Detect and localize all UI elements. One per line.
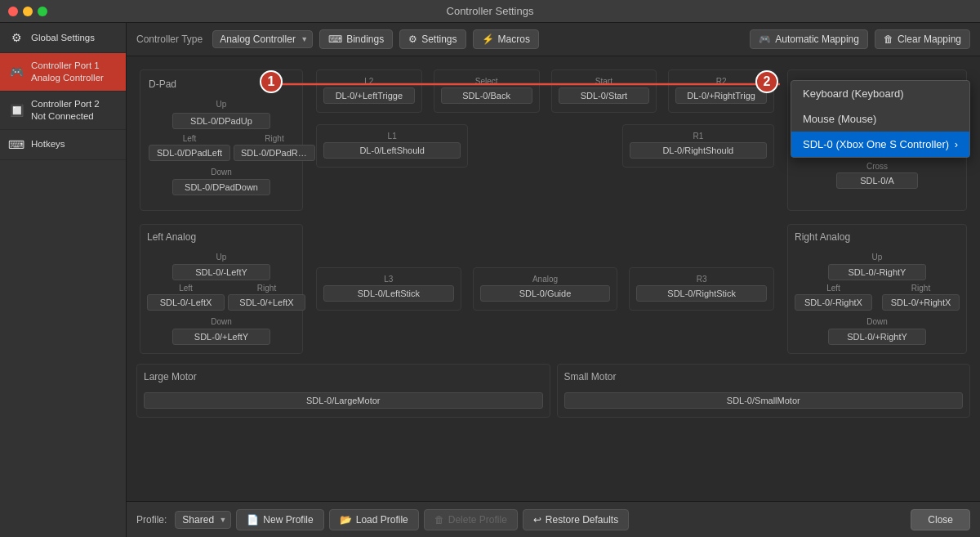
controller-type-label: Controller Type	[136, 34, 203, 45]
new-profile-icon: 📄	[247, 514, 259, 526]
l3-section: L3 SDL-0/LeftStick	[316, 267, 461, 311]
right-analog-right-bind[interactable]: SDL-0/+RightX	[882, 294, 960, 311]
load-profile-icon: 📂	[340, 514, 352, 526]
left-analog-title: Left Analog	[147, 231, 296, 243]
cross-label: Cross	[796, 162, 958, 171]
large-motor-section: Large Motor SDL-0/LargeMotor	[136, 364, 550, 418]
sidebar-label-controller-port-1: Controller Port 1Analog Controller	[31, 60, 104, 84]
bindings-button[interactable]: ⌨ Bindings	[319, 29, 393, 49]
bindings-icon: ⌨	[328, 34, 342, 45]
dropdown-item-keyboard[interactable]: Keyboard (Keyboard)	[791, 81, 969, 106]
window-title: Controller Settings	[447, 5, 534, 17]
dropdown-item-sdl0-label: SDL-0 (Xbox One S Controller)	[803, 138, 949, 150]
sidebar: ⚙ Global Settings 🎮 Controller Port 1Ana…	[0, 23, 127, 537]
delete-profile-button[interactable]: 🗑 Delete Profile	[424, 509, 518, 530]
l2-bind[interactable]: DL-0/+LeftTrigge	[323, 87, 415, 104]
left-analog-left-bind[interactable]: SDL-0/-LeftX	[147, 294, 225, 311]
profile-select-wrapper[interactable]: Shared ▼	[175, 511, 231, 529]
start-section: Start SDL-0/Start	[551, 69, 657, 113]
close-window-button[interactable]	[8, 7, 18, 16]
close-button[interactable]: Close	[911, 509, 970, 530]
r2-label: R2	[675, 77, 767, 86]
profile-label: Profile:	[136, 514, 167, 526]
macros-button[interactable]: ⚡ Macros	[473, 29, 539, 49]
dpad-left-label: Left	[149, 134, 230, 143]
sidebar-item-global-settings[interactable]: ⚙ Global Settings	[0, 23, 126, 53]
dpad-right-bind[interactable]: SDL-0/DPadRight	[234, 145, 315, 161]
sidebar-item-controller-port-2[interactable]: 🔲 Controller Port 2Not Connected	[0, 92, 126, 130]
dpad-down-bind[interactable]: SDL-0/DPadDown	[172, 179, 270, 195]
left-analog-down-bind[interactable]: SDL-0/+LeftY	[172, 329, 270, 345]
l3-bind[interactable]: SDL-0/LeftStick	[323, 285, 454, 302]
annotation-badge-2: 2	[755, 70, 778, 93]
maximize-window-button[interactable]	[38, 7, 47, 16]
settings-button[interactable]: ⚙ Settings	[399, 29, 466, 49]
clear-mapping-button[interactable]: 🗑 Clear Mapping	[875, 29, 970, 49]
large-motor-bind[interactable]: SDL-0/LargeMotor	[144, 392, 543, 409]
delete-profile-label: Delete Profile	[448, 514, 507, 526]
load-profile-button[interactable]: 📂 Load Profile	[329, 509, 419, 530]
r3-bind[interactable]: SDL-0/RightStick	[636, 285, 767, 302]
dpad-down-label: Down	[211, 168, 232, 177]
left-analog-up-bind[interactable]: SDL-0/-LeftY	[172, 264, 270, 280]
dropdown-item-mouse[interactable]: Mouse (Mouse)	[791, 106, 969, 132]
dpad-right-label: Right	[234, 134, 315, 143]
restore-icon: ↩	[533, 514, 541, 526]
l1-section: L1 DL-0/LeftShould	[316, 124, 468, 168]
sidebar-item-controller-port-1[interactable]: 🎮 Controller Port 1Analog Controller	[0, 53, 126, 92]
sidebar-label-global-settings: Global Settings	[31, 32, 95, 44]
macros-icon: ⚡	[482, 34, 494, 45]
sidebar-item-hotkeys[interactable]: ⌨ Hotkeys	[0, 130, 126, 160]
r3-section: R3 SDL-0/RightStick	[629, 267, 774, 311]
select-section: Select SDL-0/Back	[434, 69, 540, 113]
select-label: Select	[441, 77, 532, 86]
middle-section: L2 DL-0/+LeftTrigge Select SDL-0/Back St…	[313, 66, 777, 214]
start-label: Start	[559, 77, 650, 86]
start-bind[interactable]: SDL-0/Start	[559, 87, 650, 104]
auto-mapping-label: Automatic Mapping	[775, 34, 859, 45]
analog-bind[interactable]: SDL-0/Guide	[480, 285, 611, 302]
sidebar-label-hotkeys: Hotkeys	[31, 138, 65, 150]
auto-mapping-icon: 🎮	[759, 34, 771, 45]
left-analog-right-bind[interactable]: SDL-0/+LeftX	[228, 294, 305, 311]
l1-bind[interactable]: DL-0/LeftShould	[323, 142, 461, 159]
profile-select[interactable]: Shared	[175, 511, 231, 529]
bindings-label: Bindings	[346, 34, 384, 45]
auto-mapping-button[interactable]: 🎮 Automatic Mapping	[750, 29, 868, 49]
main-content-area: Controller Type Analog Controller Digita…	[127, 23, 980, 537]
clear-mapping-label: Clear Mapping	[898, 34, 961, 45]
controller-type-select-wrapper[interactable]: Analog Controller Digital Controller ▼	[212, 30, 313, 48]
controller-icon-2: 🔲	[8, 102, 24, 119]
cross-bind[interactable]: SDL-0/A	[836, 172, 918, 189]
analog-label: Analog	[480, 275, 611, 284]
right-analog-up-bind[interactable]: SDL-0/-RightY	[828, 264, 926, 280]
dpad-up-bind[interactable]: SDL-0/DPadUp	[172, 113, 270, 129]
right-analog-down-bind[interactable]: SDL-0/+RightY	[828, 329, 926, 345]
analog-section: Analog SDL-0/Guide	[473, 267, 618, 311]
select-bind[interactable]: SDL-0/Back	[441, 87, 532, 104]
minimize-window-button[interactable]	[23, 7, 33, 16]
l2-label: L2	[323, 77, 415, 86]
keyboard-icon: ⌨	[8, 136, 24, 153]
small-motor-bind[interactable]: SDL-0/SmallMotor	[564, 392, 964, 409]
dpad-left-bind[interactable]: SDL-0/DPadLeft	[149, 145, 230, 161]
r2-bind[interactable]: DL-0/+RightTrigg	[675, 87, 767, 104]
right-analog-section: Right Analog Up SDL-0/-RightY Left SDL-0…	[787, 224, 967, 354]
new-profile-button[interactable]: 📄 New Profile	[236, 509, 323, 530]
auto-mapping-dropdown: Keyboard (Keyboard) Mouse (Mouse) SDL-0 …	[791, 80, 970, 158]
delete-profile-icon: 🗑	[434, 514, 444, 526]
r1-bind[interactable]: DL-0/RightShould	[630, 142, 767, 159]
right-analog-left-bind[interactable]: SDL-0/-RightX	[795, 294, 872, 311]
restore-defaults-button[interactable]: ↩ Restore Defaults	[523, 509, 629, 530]
gear-icon: ⚙	[8, 29, 24, 46]
controller-type-select[interactable]: Analog Controller Digital Controller	[212, 30, 313, 48]
new-profile-label: New Profile	[263, 514, 313, 526]
dropdown-item-sdl0[interactable]: SDL-0 (Xbox One S Controller) ›	[791, 132, 969, 157]
stick-buttons-section: L3 SDL-0/LeftStick Analog SDL-0/Guide R3…	[313, 221, 777, 357]
load-profile-label: Load Profile	[356, 514, 408, 526]
large-motor-title: Large Motor	[144, 371, 543, 383]
dpad-section: D-Pad Up SDL-0/DPadUp Left SDL-0/DPadLef…	[140, 69, 303, 211]
l3-label: L3	[323, 275, 454, 284]
l1-label: L1	[323, 132, 461, 141]
sidebar-label-controller-port-2: Controller Port 2Not Connected	[31, 98, 100, 123]
